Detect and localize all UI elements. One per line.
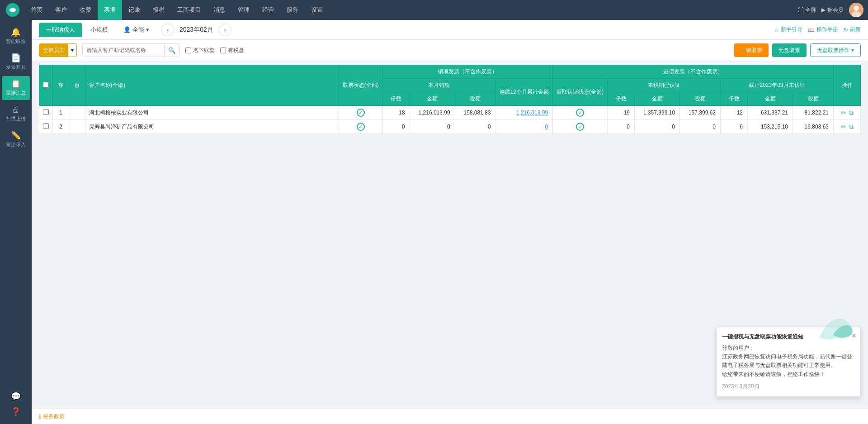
copy-icon-2[interactable]: ⧉ <box>849 123 854 131</box>
row-sales-cumulative-1[interactable]: 1,216,013.99 <box>495 106 552 120</box>
row-purchase-uncert-amount-2: 153,215.10 <box>748 120 793 134</box>
th-purchase-cert-tax: 税额 <box>680 92 721 106</box>
tab-general-taxpayer[interactable]: 一般纳税人 <box>39 23 82 37</box>
edit-icon-1[interactable]: ✏ <box>841 109 846 117</box>
table-row: 2 灵寿县尚泽矿产品有限公司 ✓ 0 0 0 0 ✓ <box>39 120 861 134</box>
search-button[interactable]: 🔍 <box>164 44 179 57</box>
one-click-ticket-btn[interactable]: 一键取票 <box>734 43 769 57</box>
diskless-ticket-action-btn[interactable]: 无盘取票操作 ▾ <box>810 43 861 57</box>
nav-invoice[interactable]: 票据 <box>98 0 122 20</box>
copy-icon-1[interactable]: ⧉ <box>849 109 854 117</box>
nav-accounting[interactable]: 记账 <box>122 0 146 20</box>
row-checkbox-2[interactable] <box>39 120 53 134</box>
employee-select[interactable]: 全部员工 ▾ <box>39 43 77 57</box>
row-sales-tax-2: 0 <box>455 120 495 134</box>
filter-bar: 全部员工 ▾ 🔍 名下账套 有税盘 一键取票 无盘取票 无 <box>32 40 868 61</box>
checkbox-own-account[interactable]: 名下账套 <box>185 47 215 54</box>
row-purchase-uncert-amount-1: 631,337.21 <box>748 106 793 120</box>
nav-home[interactable]: 首页 <box>24 0 49 20</box>
period-prev-btn[interactable]: ‹ <box>161 24 174 36</box>
row-cert-status-1: ✓ <box>553 106 608 120</box>
sidebar-bottom: 💬 ❓ <box>11 391 21 417</box>
tab-small-scale[interactable]: 小规模 <box>84 23 115 37</box>
row-sales-amount-1: 1,216,013.99 <box>410 106 455 120</box>
th-cert-status: 获取认证状态(全部) <box>553 79 608 106</box>
th-sales-group: 销项发票（不含作废票） <box>382 65 552 79</box>
th-sales-count: 份数 <box>382 92 410 106</box>
tab-bar: 一般纳税人 小规模 👤 全能 ▾ ‹ 2023年02月 › ☆ 新手引导 📖 操… <box>32 20 868 40</box>
settings-icon[interactable]: ⚙ <box>73 82 81 89</box>
row-customer-2: 灵寿县尚泽矿产品有限公司 <box>85 120 339 134</box>
sidebar-item-smart-ticket[interactable]: 🔔 智能取票 <box>2 24 30 48</box>
action-icons-2: ✏ ⧉ <box>837 123 857 131</box>
row-checkbox-1[interactable] <box>39 106 53 120</box>
nav-billing[interactable]: 收费 <box>73 0 98 20</box>
nav-service[interactable]: 服务 <box>280 0 305 20</box>
th-purchase-group: 进项发票（不含作废票） <box>553 65 834 79</box>
search-input[interactable] <box>83 44 164 57</box>
play-icon: ▶ <box>821 7 826 13</box>
nav-message[interactable]: 消息 <box>207 0 231 20</box>
document-icon: 📄 <box>11 54 21 62</box>
search-input-wrap: 🔍 <box>82 43 180 57</box>
nav-customer[interactable]: 客户 <box>49 0 73 20</box>
help-icon[interactable]: ❓ <box>11 407 21 417</box>
info-icon: ℹ <box>39 414 41 420</box>
row-actions-2: ✏ ⧉ <box>834 120 861 134</box>
fullscreen-btn[interactable]: ⛶ 全屏 <box>798 6 816 14</box>
star-icon: ☆ <box>774 27 779 33</box>
row-purchase-uncert-count-1: 12 <box>721 106 748 120</box>
new-guide-btn[interactable]: ☆ 新手引导 <box>774 26 802 33</box>
clipboard-icon: 📋 <box>11 80 21 88</box>
member-btn[interactable]: ▶ 畅会员 <box>821 6 844 14</box>
chat-icon[interactable]: 💬 <box>11 391 21 401</box>
nav-manage[interactable]: 管理 <box>231 0 256 20</box>
nav-settings[interactable]: 设置 <box>305 0 329 20</box>
refresh-btn[interactable]: ↻ 刷新 <box>844 26 861 33</box>
th-purchase-cert-amount: 金额 <box>635 92 680 106</box>
check-circle-icon: ✓ <box>357 109 365 117</box>
fullscreen-icon: ⛶ <box>798 7 803 13</box>
invoice-table: 序 ⚙ 客户名称(全部) 取票状态(全部) 销项发票（不含作废票） 进项发票（不… <box>39 65 861 134</box>
notification-decoration <box>815 314 856 339</box>
app-logo[interactable] <box>5 2 21 18</box>
th-checkbox[interactable] <box>39 65 53 106</box>
row-ticket-status-1: ✓ <box>339 106 382 120</box>
employee-label: 全部员工 <box>39 44 68 57</box>
manual-btn[interactable]: 📖 操作手册 <box>808 26 838 33</box>
row-purchase-uncert-count-2: 6 <box>721 120 748 134</box>
sidebar-item-invoice-entry[interactable]: ✏️ 票据录入 <box>2 128 30 152</box>
nav-tax[interactable]: 报税 <box>146 0 171 20</box>
nav-business[interactable]: 工商项目 <box>171 0 207 20</box>
row-customer-1: 河北柯橹桉实业有限公司 <box>85 106 339 120</box>
row-sales-count-1: 18 <box>382 106 410 120</box>
sidebar-item-issue-invoice[interactable]: 📄 发票开具 <box>2 50 30 74</box>
row-sales-count-2: 0 <box>382 120 410 134</box>
th-purchase-uncert-amount: 金额 <box>748 92 793 106</box>
period-next-btn[interactable]: › <box>219 24 231 36</box>
row-purchase-cert-tax-1: 157,399.62 <box>680 106 721 120</box>
nav-menu: 首页 客户 收费 票据 记账 报税 工商项目 消息 管理 经营 服务 设置 <box>24 0 798 20</box>
edit-icon-2[interactable]: ✏ <box>841 123 846 131</box>
employee-value[interactable]: ▾ <box>68 47 76 53</box>
own-account-checkbox[interactable] <box>185 48 191 53</box>
checkbox-has-taxdisk[interactable]: 有税盘 <box>220 47 244 54</box>
period-label: 2023年02月 <box>179 26 213 34</box>
sidebar-item-invoice-summary[interactable]: 📋 票据汇总 <box>2 76 30 100</box>
tab-full[interactable]: 👤 全能 ▾ <box>117 23 156 37</box>
tax-policy-link[interactable]: ℹ 税务政策 <box>39 413 65 420</box>
th-actions: 操作 <box>834 65 861 106</box>
notification-popup: ✕ 一键报税与无盘取票功能恢复通知 尊敬的用户： 江苏政务网已恢复访问电子税务局… <box>716 327 861 397</box>
refresh-icon: ↻ <box>844 27 848 33</box>
svg-point-1 <box>11 9 14 11</box>
row-purchase-cert-count-2: 0 <box>608 120 635 134</box>
select-all-checkbox[interactable] <box>43 82 49 88</box>
nav-operation[interactable]: 经营 <box>256 0 280 20</box>
row-sales-cumulative-2[interactable]: 0 <box>495 120 552 134</box>
diskless-ticket-btn[interactable]: 无盘取票 <box>772 43 807 57</box>
sidebar-item-scan-upload[interactable]: 🖨 扫描上传 <box>2 102 30 126</box>
has-taxdisk-checkbox[interactable] <box>220 48 226 53</box>
user-avatar[interactable] <box>849 3 863 17</box>
filter-right-buttons: 一键取票 无盘取票 无盘取票操作 ▾ <box>734 43 861 57</box>
notification-close-btn[interactable]: ✕ <box>851 331 857 341</box>
